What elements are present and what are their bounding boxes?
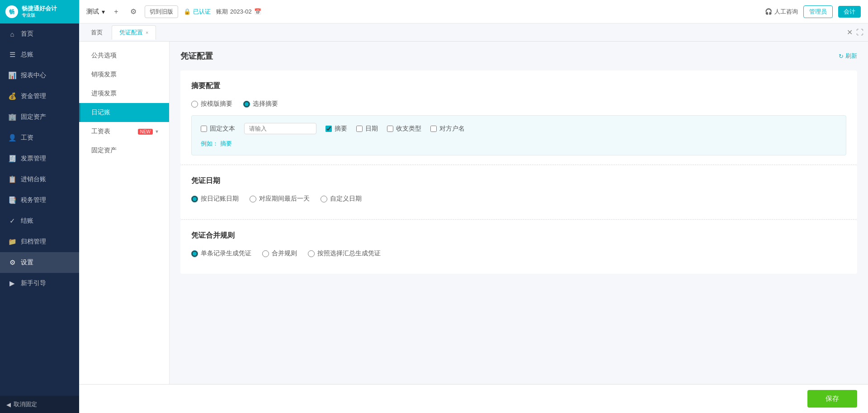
- refresh-icon: ↻: [839, 53, 844, 60]
- refresh-button[interactable]: ↻ 刷新: [839, 52, 857, 60]
- radio-merge-input[interactable]: [262, 250, 269, 257]
- abstract-radio-group: 按模版摘要 选择摘要: [191, 100, 846, 108]
- example-prefix: 例如：: [201, 140, 218, 147]
- topbar-right: 🎧 人工咨询 管理员 会计: [765, 5, 861, 18]
- checkbox-abstract-input[interactable]: [326, 126, 332, 132]
- tabbar: 首页 凭证配置 × ✕ ⛶: [79, 23, 868, 42]
- sidebar-item-settings[interactable]: ⚙ 设置: [0, 252, 79, 273]
- ledger-icon: ☰: [8, 51, 16, 59]
- radio-select-label: 选择摘要: [253, 100, 278, 108]
- tab-voucher-config[interactable]: 凭证配置 ×: [112, 25, 156, 40]
- cancel-fixed-button[interactable]: ◀ 取消固定: [0, 396, 79, 413]
- radio-template-input[interactable]: [191, 101, 198, 108]
- sidebar-item-purchase-sales[interactable]: 📋 进销台账: [0, 169, 79, 190]
- left-nav-sales-invoice[interactable]: 销项发票: [79, 65, 169, 84]
- tab-close-icon[interactable]: ×: [146, 30, 148, 35]
- checkbox-abstract[interactable]: 摘要: [326, 125, 347, 133]
- sidebar-item-salary[interactable]: 👤 工资: [0, 127, 79, 148]
- reports-icon: 📊: [8, 71, 16, 80]
- sidebar-item-reports[interactable]: 📊 报表中心: [0, 65, 79, 86]
- tab-close-button[interactable]: ✕: [847, 28, 853, 37]
- sidebar-item-label: 总账: [21, 51, 33, 59]
- sidebar-item-ledger[interactable]: ☰ 总账: [0, 44, 79, 65]
- save-button[interactable]: 保存: [807, 390, 857, 408]
- date-radio-group: 按日记账日期 对应期间最后一天 自定义日期: [191, 195, 846, 203]
- sidebar-item-invoice-mgmt[interactable]: 🧾 发票管理: [0, 148, 79, 169]
- tab-expand-button[interactable]: ⛶: [856, 28, 863, 37]
- radio-period-last[interactable]: 对应期间最后一天: [250, 195, 310, 203]
- fixed-text-input[interactable]: [244, 123, 316, 134]
- merge-radio-group: 单条记录生成凭证 合并规则 按照选择汇总生成凭证: [191, 249, 846, 258]
- sidebar-item-tax-mgmt[interactable]: 📑 税务管理: [0, 190, 79, 211]
- sidebar-item-capital[interactable]: 💰 资金管理: [0, 86, 79, 107]
- sidebar-item-home[interactable]: ⌂ 首页: [0, 23, 79, 44]
- tab-home-label: 首页: [91, 28, 103, 37]
- left-nav-fixed-assets[interactable]: 固定资产: [79, 141, 169, 160]
- page-title: 凭证配置: [180, 51, 213, 61]
- sidebar-item-closing[interactable]: ✓ 结账: [0, 211, 79, 231]
- abstract-config-row: 固定文本 摘要 日期 收支类型: [201, 123, 837, 134]
- radio-journal-date-input[interactable]: [191, 196, 198, 202]
- consult-button[interactable]: 🎧 人工咨询: [765, 8, 798, 16]
- sidebar-item-assets[interactable]: 🏢 固定资产: [0, 107, 79, 127]
- radio-custom-date[interactable]: 自定义日期: [321, 195, 362, 203]
- left-nav-journal[interactable]: 日记账: [79, 103, 169, 122]
- sidebar-item-label: 新手引导: [21, 279, 46, 287]
- radio-template-abstract[interactable]: 按模版摘要: [191, 100, 232, 108]
- radio-single-record[interactable]: 单条记录生成凭证: [191, 249, 251, 258]
- checkbox-counterpart-label: 对方户名: [439, 125, 465, 133]
- topbar: 测试 ▾ + ⚙ 切到旧版 🔒 已认证 账期 2023-02 📅 🎧 人工咨询 …: [79, 0, 868, 23]
- radio-single-input[interactable]: [191, 250, 198, 257]
- topbar-period: 账期 2023-02 📅: [216, 8, 261, 16]
- left-nav-journal-label: 日记账: [91, 108, 110, 116]
- checkbox-counterpart-input[interactable]: [430, 126, 437, 132]
- radio-select-merge-input[interactable]: [308, 250, 315, 257]
- payroll-chevron-icon: ▾: [156, 128, 158, 135]
- radio-select-merge[interactable]: 按照选择汇总生成凭证: [308, 249, 381, 258]
- radio-period-last-label: 对应期间最后一天: [259, 195, 310, 203]
- sidebar-scroll: ⌂ 首页 ☰ 总账 📊 报表中心 💰 资金管理 🏢 固定资产 👤 工资 🧾 发票…: [0, 23, 79, 396]
- checkbox-fixed-text-input[interactable]: [201, 126, 207, 132]
- checkbox-payment-type-input[interactable]: [387, 126, 393, 132]
- date-config-section: 凭证日期 按日记账日期 对应期间最后一天 自定义日期: [180, 165, 857, 220]
- tab-home[interactable]: 首页: [84, 26, 110, 39]
- checkbox-counterpart[interactable]: 对方户名: [430, 125, 465, 133]
- sidebar-item-archive[interactable]: 📁 归档管理: [0, 231, 79, 252]
- user-button[interactable]: 管理员: [803, 5, 833, 18]
- left-nav-public[interactable]: 公共选项: [79, 46, 169, 65]
- checkbox-date-input[interactable]: [356, 126, 363, 132]
- tab-actions: ✕ ⛶: [847, 28, 863, 37]
- calendar-icon: 📅: [254, 8, 261, 15]
- page-header: 凭证配置 ↻ 刷新: [180, 51, 857, 61]
- merge-section-title: 凭证合并规则: [191, 231, 846, 240]
- checkbox-payment-type[interactable]: 收支类型: [387, 125, 421, 133]
- left-nav-sales-label: 销项发票: [91, 70, 117, 78]
- accountant-button[interactable]: 会计: [838, 6, 861, 18]
- left-nav-purchase-invoice[interactable]: 进项发票: [79, 84, 169, 103]
- topbar-project[interactable]: 测试 ▾: [86, 8, 105, 16]
- settings-gear-button[interactable]: ⚙: [127, 6, 139, 18]
- sidebar-item-guide[interactable]: ▶ 新手引导: [0, 273, 79, 294]
- sidebar-logo: 畅 畅捷通好会计 专业版: [0, 0, 79, 23]
- checkbox-abstract-label: 摘要: [335, 125, 347, 133]
- closing-icon: ✓: [8, 217, 16, 225]
- checkbox-date[interactable]: 日期: [356, 125, 378, 133]
- home-icon: ⌂: [8, 30, 16, 38]
- radio-custom-date-label: 自定义日期: [330, 195, 362, 203]
- sidebar: 畅 畅捷通好会计 专业版 ⌂ 首页 ☰ 总账 📊 报表中心 💰 资金管理 🏢 固…: [0, 0, 79, 413]
- left-nav-payroll[interactable]: 工资表 NEW ▾: [79, 122, 169, 141]
- add-button[interactable]: +: [110, 6, 122, 18]
- radio-merge-rules[interactable]: 合并规则: [262, 249, 297, 258]
- radio-custom-date-input[interactable]: [321, 196, 327, 202]
- main-area: 测试 ▾ + ⚙ 切到旧版 🔒 已认证 账期 2023-02 📅 🎧 人工咨询 …: [79, 0, 868, 413]
- radio-journal-date[interactable]: 按日记账日期: [191, 195, 239, 203]
- abstract-example: 例如： 摘要: [201, 140, 837, 148]
- checkbox-fixed-text-label: 固定文本: [210, 125, 235, 133]
- radio-period-last-input[interactable]: [250, 196, 256, 202]
- checkbox-fixed-text[interactable]: 固定文本: [201, 125, 235, 133]
- radio-select-input[interactable]: [243, 101, 250, 108]
- radio-select-abstract[interactable]: 选择摘要: [243, 100, 278, 108]
- radio-select-merge-label: 按照选择汇总生成凭证: [317, 249, 381, 258]
- example-value: 摘要: [220, 140, 232, 147]
- old-version-button[interactable]: 切到旧版: [145, 5, 178, 18]
